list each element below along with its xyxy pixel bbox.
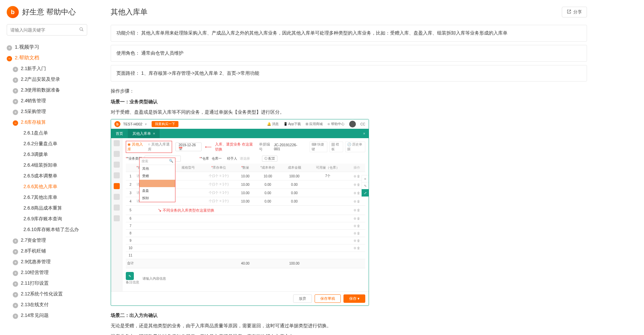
radio-in[interactable]: ◉ 其他入库	[127, 142, 145, 152]
nav-2-6[interactable]: −2.6库存核算	[7, 117, 87, 127]
biz-type-dropdown: 搜索🔍 其他 受赠 盘盈 拆卸	[139, 158, 175, 202]
close-icon[interactable]: ×	[153, 131, 155, 135]
share-button[interactable]: 分享	[562, 7, 587, 17]
draft-button[interactable]: 保存草稿	[315, 294, 341, 303]
nav-2-6-9[interactable]: 2.6.9库存账本查询	[7, 213, 87, 224]
save-button[interactable]: 保存 ▾	[343, 294, 365, 303]
nav-2-6-10[interactable]: 2.6.10库存账本错了怎么办	[7, 224, 87, 235]
nav-2-6-7[interactable]: 2.6.7其他出库单	[7, 192, 87, 203]
th-op: 操作	[348, 164, 365, 172]
minus-icon: −	[13, 120, 18, 126]
rail-icon[interactable]	[114, 151, 120, 157]
plus-icon: +	[7, 45, 12, 51]
nav-2-9[interactable]: +2.9优惠券管理	[7, 256, 87, 267]
dropdown-opt[interactable]: 拆卸	[140, 194, 175, 202]
rail-icon[interactable]	[114, 172, 120, 178]
nav-docs[interactable]: −2.帮助文档	[7, 52, 87, 63]
nav-2-5[interactable]: +2.5采购管理	[7, 106, 87, 117]
intro-block: 功能介绍： 其他入库单用来处理除采购入库、产成品入库之外的其他入库业务，因此其他…	[111, 25, 587, 42]
nav-2-6-6[interactable]: 2.6.6其他入库单	[7, 181, 87, 192]
tool-icon[interactable]: ≡	[362, 175, 369, 182]
sidebar: b 好生意 帮助中心 +1.视频学习 −2.帮助文档 +2.1新手入门 +2.2…	[0, 0, 94, 335]
shot-tab-active[interactable]: 其他入库单 ×	[128, 129, 160, 138]
nav-2-2[interactable]: +2.2产品安装及登录	[7, 74, 87, 85]
search-input[interactable]	[7, 24, 87, 36]
nav-2-7[interactable]: +2.7资金管理	[7, 235, 87, 245]
search-icon: 🔍	[169, 159, 173, 164]
dropdown-search[interactable]: 搜索🔍	[140, 158, 175, 165]
nav-2-6-2[interactable]: 2.6.2分量盘点单	[7, 138, 87, 149]
nav-2-4[interactable]: +2.4销售管理	[7, 95, 87, 106]
shot-body: ◉ 其他入库 ○ 其他入库退库 2019-12-26 📅 ⟵ 入库、退货业务 在…	[111, 138, 369, 291]
page-head: 其他入库单 分享	[111, 7, 587, 17]
nav-2-11[interactable]: +2.11打印设置	[7, 278, 87, 288]
plus-icon: +	[13, 88, 18, 94]
wh-value[interactable]: 仓库一	[212, 156, 222, 161]
handler-select[interactable]: 请选择	[240, 156, 250, 161]
nav-2-8[interactable]: +2.8手机旺铺	[7, 245, 87, 256]
table-row[interactable]: 10⊕ 🗑	[126, 244, 365, 252]
close-icon[interactable]: ×	[363, 131, 369, 135]
date-input[interactable]: 2019-12-26 📅	[175, 143, 201, 151]
nav-video[interactable]: +1.视频学习	[7, 42, 87, 52]
toolbar-fast[interactable]: ⌨ 快捷键	[310, 142, 327, 152]
rail-icon[interactable]	[114, 205, 120, 211]
rail-icon[interactable]	[114, 194, 120, 200]
dropdown-opt[interactable]: 受赠	[140, 172, 175, 180]
shot-top-app[interactable]: 📱 App下载	[283, 122, 301, 126]
shot-logo-icon: b	[114, 121, 120, 127]
nav-2-6-1[interactable]: 2.6.1盘点单	[7, 127, 87, 138]
table-row[interactable]: 7⊕ 🗑	[126, 222, 365, 230]
th-qty: *数量	[236, 164, 254, 172]
nav-2-6-8[interactable]: 2.6.8商品成本重算	[7, 203, 87, 213]
shot-trial-button[interactable]: 我要购买一下	[152, 121, 178, 127]
nav-2-14[interactable]: +2.14常见问题	[7, 310, 87, 321]
tool-icon[interactable]: ⤢	[362, 189, 369, 197]
shot-company: TEST-H002	[123, 122, 142, 126]
logo-icon: b	[7, 6, 19, 18]
tool-icon[interactable]: ✎	[362, 182, 369, 189]
table-row[interactable]: 5↘ 不同业务的入库类型在这里切换⊕ 🗑	[126, 206, 365, 215]
rail-icon-active[interactable]	[114, 183, 120, 189]
nav-2-13[interactable]: +2.13在线支付	[7, 299, 87, 310]
plus-icon: +	[13, 99, 18, 104]
setting-button[interactable]: ◎ 配置	[262, 156, 278, 162]
dropdown-opt[interactable]: 盘盈	[140, 187, 175, 194]
table-row[interactable]: 9⊕ 🗑	[126, 237, 365, 244]
search-icon[interactable]	[79, 27, 84, 33]
remark-input[interactable]	[143, 277, 365, 280]
shot-top-help[interactable]: ⊙ 帮助中心	[327, 122, 344, 126]
avatar-icon[interactable]	[349, 121, 356, 127]
sidebar-nav: +1.视频学习 −2.帮助文档 +2.1新手入门 +2.2产品安装及登录 +2.…	[7, 42, 87, 321]
dropdown-opt[interactable]: 其他	[140, 165, 175, 172]
nav-2-6-5[interactable]: 2.6.5成本调整单	[7, 170, 87, 181]
nav-2-10[interactable]: +2.10经营管理	[7, 267, 87, 278]
nav-2-6-4[interactable]: 2.6.4组装拆卸单	[7, 160, 87, 170]
dropdown-opt-selected[interactable]	[140, 180, 175, 187]
nav-2-3[interactable]: +2.3使用前数据准备	[7, 85, 87, 95]
rail-icon[interactable]	[114, 140, 120, 146]
shot-top-user: CC	[361, 122, 365, 126]
shot-top-msg[interactable]: 🔔 消息	[267, 122, 279, 126]
nav-2-1[interactable]: +2.1新手入门	[7, 63, 87, 74]
table-row[interactable]: 6⊕ 🗑	[126, 215, 365, 222]
chevron-down-icon: ▾	[145, 122, 147, 126]
toolbar-hist[interactable]: 🕘 历史单据	[345, 142, 365, 152]
nav-2-6-3[interactable]: 2.6.3调拨单	[7, 149, 87, 160]
cancel-button[interactable]: 放弃	[293, 294, 312, 303]
radio-out[interactable]: ○ 其他入库退库	[148, 142, 171, 152]
nav-2-12[interactable]: +2.12系统个性化设置	[7, 288, 87, 299]
scene2-title: 场景二：出入方向确认	[111, 313, 587, 319]
arrow-icon: ↘	[158, 207, 162, 213]
toolbar-tpl[interactable]: ▦ 模板	[329, 142, 343, 152]
rail-icon[interactable]	[114, 162, 120, 168]
role-label: 使用角色：	[116, 50, 140, 56]
shot-tab-home[interactable]: 首页	[111, 129, 128, 138]
rail-icon[interactable]	[114, 215, 120, 221]
shot-tabs: 首页 其他入库单 × ×	[111, 129, 369, 138]
table-row[interactable]: 8⊕ 🗑	[126, 230, 365, 237]
shot-top-dl[interactable]: ⊞ 应用商城	[306, 122, 323, 126]
handler-label: 经手人	[227, 156, 237, 161]
th-avail: 可用量（仓库）	[307, 164, 348, 172]
table-row[interactable]: 11	[126, 252, 365, 259]
